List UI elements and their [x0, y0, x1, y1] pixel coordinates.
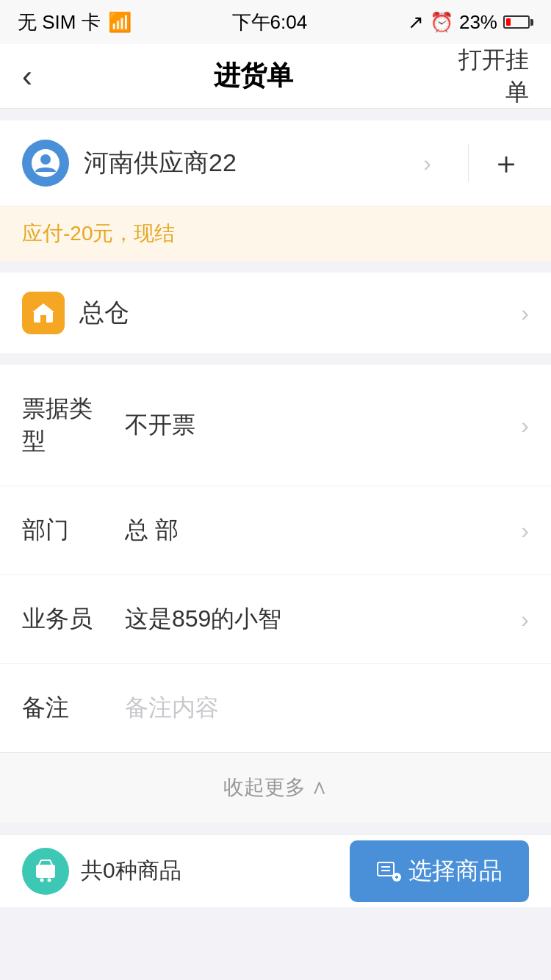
staff-row[interactable]: 业务员 这是859的小智 ›: [0, 574, 551, 663]
invoice-chevron-icon: ›: [521, 412, 529, 439]
invoice-row[interactable]: 票据类型 不开票 ›: [0, 365, 551, 486]
warehouse-chevron-icon: ›: [521, 300, 529, 327]
carrier-label: 无 SIM 卡: [18, 10, 101, 35]
time-label: 下午6:04: [232, 10, 308, 35]
add-supplier-button[interactable]: ＋: [483, 143, 529, 184]
supplier-card: 河南供应商22 › ＋ 应付-20元，现结: [0, 120, 551, 261]
dept-value: 总 部: [110, 514, 521, 547]
battery-pct: 23%: [459, 11, 497, 34]
bottom-fill: [0, 907, 551, 980]
avatar: [22, 140, 69, 187]
warehouse-icon: [22, 292, 65, 334]
warehouse-name: 总仓: [79, 296, 521, 330]
alert-banner: 应付-20元，现结: [0, 206, 551, 261]
svg-point-6: [48, 878, 51, 882]
svg-marker-2: [32, 303, 54, 312]
collapse-label: 收起更多 ∧: [223, 776, 328, 799]
product-count: 共0种商品: [81, 856, 350, 886]
staff-chevron-icon: ›: [521, 606, 529, 633]
alert-text: 应付-20元，现结: [22, 222, 175, 245]
dept-label: 部门: [22, 514, 110, 547]
form-card: 票据类型 不开票 › 部门 总 部 › 业务员 这是859的小智 › 备注 备注…: [0, 365, 551, 822]
svg-point-0: [40, 154, 51, 165]
staff-value: 这是859的小智: [110, 603, 521, 635]
supplier-row[interactable]: 河南供应商22 › ＋: [0, 120, 551, 206]
status-right: ↗ ⏰ 23%: [408, 11, 533, 34]
open-pending-button[interactable]: 打开挂单: [441, 44, 529, 109]
dept-chevron-icon: ›: [521, 517, 529, 544]
collapse-row[interactable]: 收起更多 ∧: [0, 752, 551, 822]
page-title: 进货单: [66, 58, 441, 94]
status-bar: 无 SIM 卡 📶 下午6:04 ↗ ⏰ 23%: [0, 0, 551, 44]
alarm-icon: ⏰: [430, 11, 453, 34]
staff-label: 业务员: [22, 603, 110, 635]
supplier-chevron-icon: ›: [423, 150, 431, 177]
bottom-bar: 共0种商品 选择商品: [0, 834, 551, 907]
location-icon: ↗: [408, 11, 424, 34]
svg-rect-4: [36, 865, 55, 878]
battery-icon: [503, 15, 533, 29]
invoice-label: 票据类型: [22, 393, 110, 458]
remark-label: 备注: [22, 692, 110, 724]
section-divider-1: [0, 109, 551, 120]
svg-rect-3: [40, 315, 46, 323]
select-product-button[interactable]: 选择商品: [350, 840, 529, 902]
supplier-name: 河南供应商22: [84, 146, 423, 180]
cart-icon: [22, 848, 69, 895]
remark-row[interactable]: 备注 备注内容: [0, 663, 551, 752]
warehouse-card: 总仓 ›: [0, 273, 551, 353]
svg-rect-7: [378, 862, 394, 876]
select-product-icon: [376, 861, 401, 882]
wifi-icon: 📶: [108, 11, 132, 34]
nav-bar: ‹ 进货单 打开挂单: [0, 44, 551, 109]
section-divider-3: [0, 353, 551, 365]
section-divider-2: [0, 261, 551, 273]
section-divider-4: [0, 822, 551, 834]
dept-row[interactable]: 部门 总 部 ›: [0, 486, 551, 574]
vertical-divider: [468, 144, 469, 182]
warehouse-row[interactable]: 总仓 ›: [0, 273, 551, 353]
back-button[interactable]: ‹: [22, 59, 66, 94]
select-product-label: 选择商品: [408, 855, 503, 887]
svg-point-5: [40, 878, 44, 882]
person-icon: [32, 149, 60, 177]
status-left: 无 SIM 卡 📶: [18, 10, 132, 35]
remark-input[interactable]: 备注内容: [110, 692, 529, 724]
invoice-value: 不开票: [110, 409, 521, 442]
